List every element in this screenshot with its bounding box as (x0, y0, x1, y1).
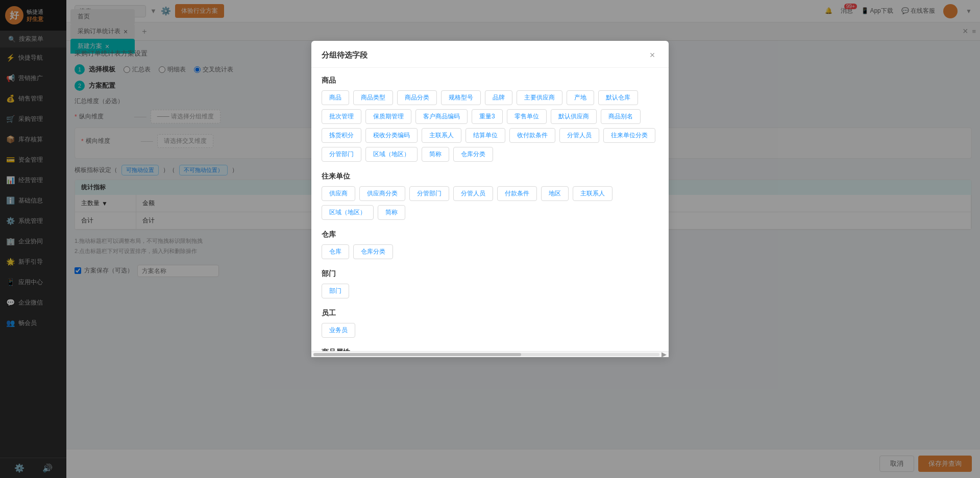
field-group-title-product: 商品 (322, 76, 658, 85)
field-item-product-17[interactable]: 主联系人 (422, 128, 461, 143)
field-item-product-24[interactable]: 简称 (422, 147, 449, 162)
field-item-product-3[interactable]: 规格型号 (441, 90, 481, 105)
field-item-product-18[interactable]: 结算单位 (465, 128, 505, 143)
field-items-employee: 业务员 (322, 323, 658, 338)
field-items-department: 部门 (322, 284, 658, 298)
field-group-title-warehouse: 仓库 (322, 230, 658, 239)
field-items-product: 商品商品类型商品分类规格型号品牌主要供应商产地默认仓库批次管理保质期管理客户商品… (322, 90, 658, 162)
field-item-partner-2[interactable]: 分管部门 (409, 186, 449, 201)
modal-scrollbar: ▶ (311, 351, 669, 357)
field-item-product-4[interactable]: 品牌 (485, 90, 512, 105)
modal-close-btn[interactable]: × (646, 49, 658, 61)
field-group-department: 部门部门 (322, 269, 658, 298)
field-items-partner: 供应商供应商分类分管部门分管人员付款条件地区主联系人区域（地区）简称 (322, 186, 658, 220)
modal-title: 分组待选字段 (322, 51, 368, 60)
field-group-title-department: 部门 (322, 269, 658, 279)
scrollbar-track (313, 353, 659, 356)
field-items-warehouse: 仓库仓库分类 (322, 244, 658, 259)
scrollbar-thumb[interactable] (313, 353, 521, 356)
field-item-product-15[interactable]: 拣货积分 (322, 128, 361, 143)
field-item-warehouse-0[interactable]: 仓库 (322, 244, 349, 259)
field-item-product-6[interactable]: 产地 (567, 90, 594, 105)
field-group-title-employee: 员工 (322, 309, 658, 318)
field-item-product-25[interactable]: 仓库分类 (453, 147, 493, 162)
field-item-partner-5[interactable]: 地区 (541, 186, 569, 201)
field-select-modal: 分组待选字段 × 商品商品商品类型商品分类规格型号品牌主要供应商产地默认仓库批次… (311, 41, 669, 357)
field-item-department-0[interactable]: 部门 (322, 284, 349, 298)
field-item-product-13[interactable]: 默认供应商 (551, 109, 597, 124)
field-group-employee: 员工业务员 (322, 309, 658, 338)
field-item-partner-3[interactable]: 分管人员 (453, 186, 493, 201)
field-item-product-7[interactable]: 默认仓库 (598, 90, 638, 105)
field-item-product-12[interactable]: 零售单位 (507, 109, 547, 124)
scroll-right-icon[interactable]: ▶ (662, 350, 667, 358)
field-item-partner-0[interactable]: 供应商 (322, 186, 355, 201)
field-item-product-20[interactable]: 分管人员 (559, 128, 599, 143)
field-item-warehouse-1[interactable]: 仓库分类 (353, 244, 393, 259)
modal-header: 分组待选字段 × (311, 41, 669, 68)
field-item-partner-1[interactable]: 供应商分类 (359, 186, 405, 201)
field-item-product-9[interactable]: 保质期管理 (365, 109, 411, 124)
field-item-partner-8[interactable]: 简称 (378, 205, 405, 220)
field-item-product-16[interactable]: 税收分类编码 (365, 128, 418, 143)
field-item-product-14[interactable]: 商品别名 (601, 109, 641, 124)
field-item-product-8[interactable]: 批次管理 (322, 109, 361, 124)
modal-overlay: 分组待选字段 × 商品商品商品类型商品分类规格型号品牌主要供应商产地默认仓库批次… (0, 0, 980, 478)
field-item-product-5[interactable]: 主要供应商 (517, 90, 562, 105)
field-item-partner-4[interactable]: 付款条件 (497, 186, 537, 201)
field-item-employee-0[interactable]: 业务员 (322, 323, 355, 338)
field-item-product-10[interactable]: 客户商品编码 (415, 109, 468, 124)
field-item-partner-7[interactable]: 区域（地区） (322, 205, 374, 220)
field-group-partner: 往来单位供应商供应商分类分管部门分管人员付款条件地区主联系人区域（地区）简称 (322, 172, 658, 220)
field-item-partner-6[interactable]: 主联系人 (573, 186, 612, 201)
field-item-product-1[interactable]: 商品类型 (353, 90, 393, 105)
field-item-product-21[interactable]: 往来单位分类 (603, 128, 655, 143)
field-item-product-2[interactable]: 商品分类 (397, 90, 437, 105)
modal-body: 商品商品商品类型商品分类规格型号品牌主要供应商产地默认仓库批次管理保质期管理客户… (311, 68, 669, 351)
field-group-title-partner: 往来单位 (322, 172, 658, 181)
field-item-product-19[interactable]: 收付款条件 (509, 128, 555, 143)
field-group-product: 商品商品商品类型商品分类规格型号品牌主要供应商产地默认仓库批次管理保质期管理客户… (322, 76, 658, 162)
field-group-warehouse: 仓库仓库仓库分类 (322, 230, 658, 259)
field-item-product-0[interactable]: 商品 (322, 90, 349, 105)
field-item-product-22[interactable]: 分管部门 (322, 147, 361, 162)
field-item-product-23[interactable]: 区域（地区） (365, 147, 418, 162)
field-item-product-11[interactable]: 重量3 (472, 109, 503, 124)
